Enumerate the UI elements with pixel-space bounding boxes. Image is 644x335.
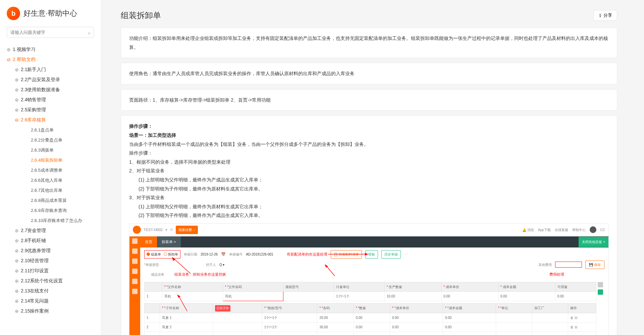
steps-card: 操作步骤： 场景一：加工类型选择 当由多个子件材料组装成一个成品的业务为【组装】… (121, 115, 617, 335)
app-download: App下载 (538, 227, 551, 233)
step-3b: (2) 下部明细为子件明细，最终作为产成品生成其它入库单。 (129, 211, 609, 220)
delete-icon: 🗑 ⊞ (570, 316, 577, 320)
nav-docs[interactable]: ⊖2.帮助文档 (7, 55, 94, 65)
nav-2-4[interactable]: ⊕2.4销售管理 (15, 95, 94, 105)
steps-title: 操作步骤： (129, 122, 609, 131)
nav-2-8[interactable]: ⊕2.8手机旺铺 (15, 236, 94, 246)
close-icon: × (603, 240, 605, 244)
chevron-down-icon: ▾ (165, 226, 167, 233)
plus-icon: ⊕ (15, 268, 21, 274)
radio-assemble: 组装单 (147, 251, 161, 258)
nav-2-6-10[interactable]: 2.6.10库存账本错了怎么办 (31, 216, 94, 226)
arrow-annotation (170, 257, 197, 277)
plus-icon: ⊕ (15, 87, 21, 93)
nav-2-1[interactable]: ⊕2.1新手入门 (15, 65, 94, 75)
box-icon (132, 259, 138, 264)
svg-line-4 (326, 266, 335, 276)
step-2b: (2) 下部明细为子件明细，最终作为原材料生成其它出库单。 (129, 184, 609, 193)
history-button: 历史单据 (381, 250, 401, 259)
fee-input (555, 262, 582, 268)
minus-icon: ⊖ (7, 57, 13, 62)
nav-video[interactable]: ⊕1.视频学习 (7, 45, 94, 55)
plus-icon: ⊕ (15, 298, 21, 304)
ss-topbar: TEST-H002 ▾ ⟳ 我要续费→ 🔔 消息 App下载 在线客服 帮助中心… (129, 224, 608, 236)
nav-2-5[interactable]: ⊕2.5采购管理 (15, 105, 94, 115)
step-2a: (1) 上部明细为父件明细，最终作为产成品生成其它入库单； (129, 175, 609, 184)
search-box: ⌕ (7, 27, 94, 38)
svg-marker-3 (365, 253, 368, 256)
steps-subtitle: 操作步骤： (129, 149, 609, 158)
embedded-screenshot: TEST-H002 ▾ ⟳ 我要续费→ 🔔 消息 App下载 在线客服 帮助中心… (129, 223, 609, 335)
more-icon: ⋯ (404, 251, 408, 258)
help-center: 帮助中心 (572, 227, 586, 233)
plus-icon: ⊕ (15, 288, 21, 294)
nav-2-6-3[interactable]: 2.6.3调拨单 (31, 145, 94, 155)
sidebar: b 好生意·帮助中心 ⌕ ⊕1.视频学习 ⊖2.帮助文档 ⊕2.1新手入门 ⊕2… (0, 0, 101, 335)
table-row: 2耳麦 21个/~1个30.000.000.000.00🗑 ⊞ (145, 322, 596, 332)
ss-form: 组装单 拆卸单 单据日期 2019-12-26 📅 单据编号 AD-201912… (140, 247, 608, 335)
share-button[interactable]: ⇪分享 (593, 10, 617, 21)
annotation-fee: 费用处理 (549, 271, 564, 278)
nav-2-6-8[interactable]: 2.6.8商品成本重算 (31, 196, 94, 206)
table-row: 1耳麦 11个/~1个20.000.000.000.00🗑 ⊞ (145, 313, 596, 322)
nav-2-13[interactable]: ⊕2.13在线支付 (15, 286, 94, 296)
refresh-icon: ⟳ (170, 226, 173, 233)
delete-icon: 🗑 ⊞ (570, 325, 577, 329)
scene-title: 场景一：加工类型选择 (129, 131, 609, 140)
nav-2-11[interactable]: ⊕2.11打印设置 (15, 266, 94, 276)
bell-icon: 🔔 消息 (522, 227, 534, 233)
role-card: 使用角色：通常由生产人员或库管人员完成拆装业务的操作，库管人员确认原材料的出库和… (121, 63, 617, 85)
nav-2-6-5[interactable]: 2.6.5成本调整单 (31, 165, 94, 175)
nav-2-6[interactable]: ⊖2.6库存核算 (15, 115, 94, 125)
plus-icon: ⊕ (7, 47, 13, 52)
nav-2-10[interactable]: ⊕2.10经营管理 (15, 256, 94, 266)
share-icon: ⇪ (598, 13, 602, 18)
tool-icon (598, 282, 603, 287)
ss-tab-active: 拆装单 × (157, 236, 181, 247)
logo-icon: b (7, 7, 20, 20)
logo-row: b 好生意·帮助中心 (7, 7, 94, 20)
plus-icon: ⊕ (15, 228, 21, 233)
home-icon (132, 238, 138, 244)
svg-line-0 (174, 259, 191, 274)
nav-2-14[interactable]: ⊕2.14常见问题 (15, 296, 94, 306)
ss-left-nav (129, 236, 140, 335)
ss-top-right: 🔔 消息 App下载 在线客服 帮助中心 CC (522, 226, 605, 233)
ss-body: 首页 拆装单 × 关闭其他页签 × 组装单 (129, 236, 608, 335)
nav-2-12[interactable]: ⊕2.12系统个性化设置 (15, 276, 94, 286)
nav-2-9[interactable]: ⊕2.9优惠券管理 (15, 246, 94, 256)
nav-2-6-4[interactable]: 2.6.4组装拆卸单 (31, 155, 94, 165)
save-button: 💾 保存 (585, 261, 604, 269)
nav-2-2[interactable]: ⊕2.2产品安装及登录 (15, 75, 94, 85)
tool-icon (598, 289, 603, 295)
ss-logo-icon (133, 226, 141, 234)
nav-2-3[interactable]: ⊕2.3使用前数据准备 (15, 85, 94, 95)
svg-marker-7 (177, 294, 180, 298)
nav-2-6-7[interactable]: 2.6.7其他出库单 (31, 185, 94, 196)
plus-icon: ⊕ (15, 107, 21, 113)
gear-icon (132, 289, 138, 294)
path-card: 页面路径：1、库存核算->库存管理->组装拆卸单 2、首页->常用功能 (121, 89, 617, 111)
calendar-icon: 📅 (221, 251, 226, 258)
ss-tab-home: 首页 (140, 236, 157, 247)
nav-2-6-2[interactable]: 2.6.2分量盘点单 (31, 135, 94, 145)
minus-icon: ⊖ (15, 117, 21, 123)
nav-2-7[interactable]: ⊕2.7资金管理 (15, 226, 94, 236)
ss-content: 首页 拆装单 × 关闭其他页签 × 组装单 (140, 236, 608, 335)
arrow-annotation (325, 264, 338, 278)
nav-2-6-6[interactable]: 2.6.6其他入库单 (31, 175, 94, 185)
step-3: 3、对于拆装业务 (129, 193, 609, 202)
plus-icon: ⊕ (15, 67, 21, 72)
plus-icon: ⊕ (15, 278, 21, 284)
renew-button: 我要续费→ (176, 226, 198, 234)
search-icon[interactable]: ⌕ (88, 30, 91, 35)
search-input[interactable] (7, 27, 94, 38)
parent-table: *父件名称 *父件条码 规格型号 计量单位 生产数量 成本单价 成本金额 可用量 (144, 282, 596, 301)
nav-2-6-9[interactable]: 2.6.9库存账本查询 (31, 206, 94, 216)
nav-2-6-1[interactable]: 2.6.1盘点单 (31, 125, 94, 135)
nav-list: ⊕1.视频学习 ⊖2.帮助文档 ⊕2.1新手入门 ⊕2.2产品安装及登录 ⊕2.… (7, 45, 94, 316)
nav-2-15[interactable]: ⊕2.15操作案例 (15, 306, 94, 316)
site-title: 好生意·帮助中心 (23, 8, 77, 18)
avatar-icon (590, 226, 596, 233)
close-icon: × (174, 240, 176, 244)
